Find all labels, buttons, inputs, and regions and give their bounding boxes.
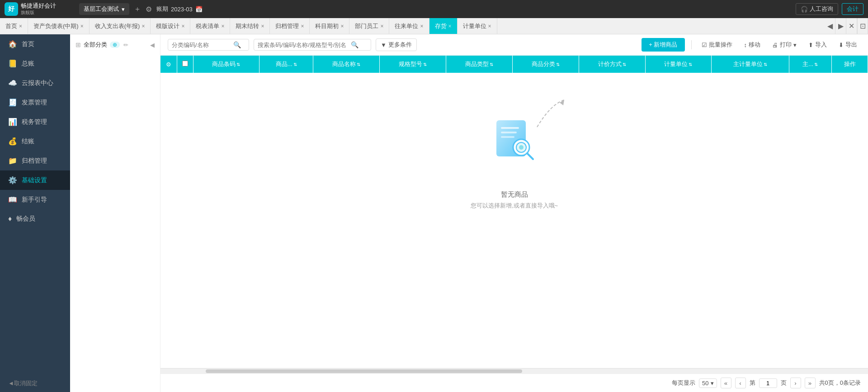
sort-icon: ⇅ xyxy=(293,62,297,67)
more-filter-btn[interactable]: ▼ 更多条件 xyxy=(376,38,417,51)
tab-close-btn[interactable]: × xyxy=(80,23,84,29)
batch-op-btn[interactable]: ☑ 批量操作 xyxy=(698,39,736,51)
add-icon[interactable]: ＋ xyxy=(134,5,141,14)
tab-close-btn[interactable]: × xyxy=(19,23,22,29)
sidebar-label-0: 首页 xyxy=(22,40,34,48)
horizontal-scrollbar[interactable] xyxy=(160,368,868,373)
sidebar-item-7[interactable]: ⚙️ 基础设置 xyxy=(0,170,70,190)
page-next-btn[interactable]: › xyxy=(790,378,801,388)
tab-label: 首页 xyxy=(5,22,17,30)
unpin-label: ◄取消固定 xyxy=(8,379,38,387)
move-btn[interactable]: ↕ 移动 xyxy=(741,39,764,51)
tab-expand-btn[interactable]: ⊡ xyxy=(857,18,868,34)
col-header-11[interactable]: 主...⇅ xyxy=(789,56,832,73)
select-all-checkbox[interactable] xyxy=(182,61,188,66)
col-header-7[interactable]: 商品分类⇅ xyxy=(512,56,579,73)
col-header-10[interactable]: 主计量单位⇅ xyxy=(712,56,789,73)
tab-item-10[interactable]: 存货× xyxy=(429,18,458,34)
ai-consult-btn[interactable]: 🎧 人工咨询 xyxy=(796,3,838,15)
tab-item-8[interactable]: 部门员工× xyxy=(349,18,389,34)
tab-close-btn[interactable]: × xyxy=(380,23,383,29)
scroll-thumb[interactable] xyxy=(206,369,522,373)
category-search-box[interactable]: 🔍 xyxy=(168,39,249,51)
page-last-btn[interactable]: » xyxy=(805,378,816,388)
tab-item-7[interactable]: 科目期初× xyxy=(310,18,349,34)
sidebar-icon-3: 🧾 xyxy=(8,98,17,107)
tab-item-11[interactable]: 计量单位× xyxy=(458,18,497,34)
tab-close-btn[interactable]: × xyxy=(261,23,264,29)
account-role-btn[interactable]: 会计 xyxy=(842,3,863,15)
sidebar-icon-1: 📒 xyxy=(8,59,17,68)
total-info: 共0页，0条记录 xyxy=(819,379,861,387)
col-header-6[interactable]: 商品类型⇅ xyxy=(446,56,512,73)
tab-item-1[interactable]: 资产负债表(中期)× xyxy=(28,18,90,34)
workspace-selector[interactable]: 基层工会测试 ▾ xyxy=(79,3,129,15)
empty-desc: 您可以选择新增,或者直接导入哦~ xyxy=(471,202,558,210)
sidebar-item-5[interactable]: 💰 结账 xyxy=(0,132,70,151)
tab-item-6[interactable]: 归档管理× xyxy=(270,18,310,34)
import-btn[interactable]: ⬆ 导入 xyxy=(805,39,830,51)
calendar-icon[interactable]: 📅 xyxy=(195,6,203,13)
sidebar-item-1[interactable]: 📒 总账 xyxy=(0,54,70,73)
workspace-label: 基层工会测试 xyxy=(84,5,119,13)
sidebar-item-8[interactable]: 📖 新手引导 xyxy=(0,190,70,209)
tab-label: 存货 xyxy=(435,22,447,30)
col-header-3[interactable]: 商品...⇅ xyxy=(259,56,313,73)
tab-scroll-left-btn[interactable]: ◀ xyxy=(825,18,835,34)
category-search-icon[interactable]: 🔍 xyxy=(233,41,241,48)
tab-label: 模版设计 xyxy=(156,22,179,30)
tab-close-btn[interactable]: × xyxy=(340,23,344,29)
product-search-input[interactable] xyxy=(258,42,348,48)
product-search-icon[interactable]: 🔍 xyxy=(351,41,359,48)
page-number-input[interactable] xyxy=(759,378,777,388)
tab-item-2[interactable]: 收入支出表(年报)× xyxy=(90,18,151,34)
col-header-5[interactable]: 规格型号⇅ xyxy=(379,56,446,73)
tab-close-btn[interactable]: × xyxy=(221,23,224,29)
sidebar-item-3[interactable]: 🧾 发票管理 xyxy=(0,93,70,112)
add-product-btn[interactable]: + 新增商品 xyxy=(642,38,684,52)
edit-icon[interactable]: ✏ xyxy=(123,42,128,48)
tab-item-5[interactable]: 期末结转× xyxy=(230,18,270,34)
col-header-4[interactable]: 商品名称⇅ xyxy=(313,56,380,73)
toolbar-divider-1 xyxy=(691,40,692,49)
export-btn[interactable]: ⬇ 导出 xyxy=(835,39,861,51)
category-tag[interactable]: ⊕ xyxy=(110,42,120,48)
tab-label: 往来单位 xyxy=(395,22,418,30)
app-name: 畅捷通好会计 xyxy=(21,2,56,9)
tab-item-3[interactable]: 模版设计× xyxy=(151,18,190,34)
sidebar-item-6[interactable]: 📁 归档管理 xyxy=(0,151,70,170)
col-header-9[interactable]: 计量单位⇅ xyxy=(645,56,712,73)
tab-scroll-right-btn[interactable]: ▶ xyxy=(835,18,846,34)
tab-label: 收入支出表(年报) xyxy=(95,22,140,30)
tab-close-btn[interactable]: × xyxy=(488,23,491,29)
print-btn[interactable]: 🖨 打印 ▾ xyxy=(769,39,800,51)
col-header-2[interactable]: 商品条码⇅ xyxy=(193,56,259,73)
sidebar-item-2[interactable]: ☁️ 云报表中心 xyxy=(0,73,70,93)
page-size-select[interactable]: 50 ▾ xyxy=(699,378,717,388)
sidebar-item-4[interactable]: 📊 税务管理 xyxy=(0,112,70,132)
page-prev-btn[interactable]: ‹ xyxy=(735,378,746,388)
product-search-box[interactable]: 🔍 xyxy=(254,39,371,51)
category-collapse-btn[interactable]: ◀ xyxy=(150,42,155,48)
tab-close-all-btn[interactable]: ✕ xyxy=(846,18,857,34)
tab-item-0[interactable]: 首页× xyxy=(0,18,28,34)
main-layout: 🏠 首页 📒 总账 ☁️ 云报表中心 🧾 发票管理 📊 税务管理 💰 结账 📁 … xyxy=(0,34,868,392)
page-first-btn[interactable]: « xyxy=(721,378,731,388)
tab-close-btn[interactable]: × xyxy=(448,23,452,29)
tab-close-btn[interactable]: × xyxy=(181,23,184,29)
col-header-0: ⚙ xyxy=(160,56,177,73)
tab-close-btn[interactable]: × xyxy=(142,23,145,29)
tab-close-btn[interactable]: × xyxy=(301,23,304,29)
sort-icon: ⇅ xyxy=(490,62,493,67)
col-settings-icon[interactable]: ⚙ xyxy=(166,61,171,68)
settings-icon[interactable]: ⚙ xyxy=(146,5,152,14)
col-header-8[interactable]: 计价方式⇅ xyxy=(579,56,645,73)
tab-item-4[interactable]: 税表清单× xyxy=(190,18,230,34)
tab-item-9[interactable]: 往来单位× xyxy=(389,18,429,34)
sidebar-item-0[interactable]: 🏠 首页 xyxy=(0,34,70,54)
category-search-input[interactable] xyxy=(172,42,231,48)
sidebar-item-9[interactable]: ♦ 畅会员 xyxy=(0,209,70,228)
sidebar-unpin-btn[interactable]: ◄取消固定 xyxy=(0,375,70,392)
workspace-dropdown-icon: ▾ xyxy=(122,6,125,13)
tab-close-btn[interactable]: × xyxy=(420,23,423,29)
